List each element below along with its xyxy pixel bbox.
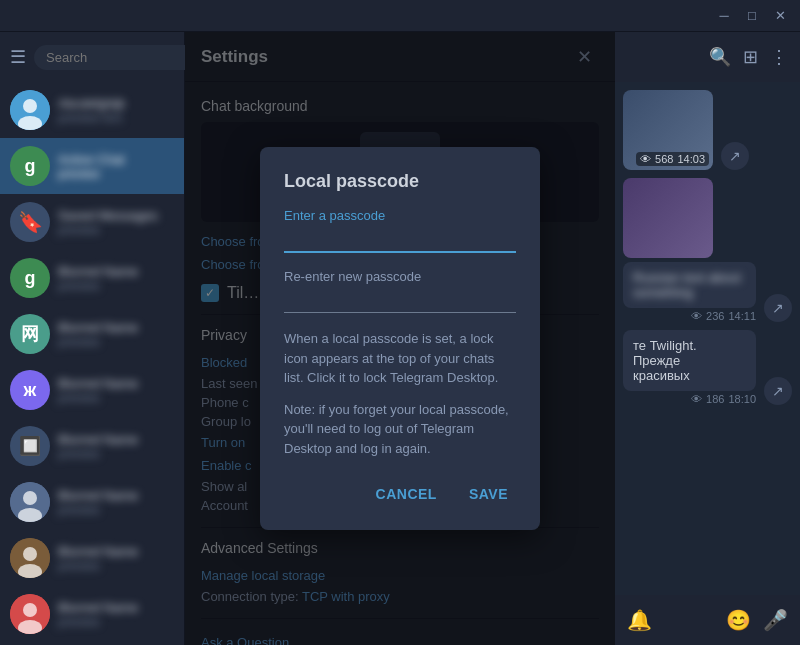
message-actions: ↗ bbox=[721, 142, 749, 170]
modal-actions: CANCEL SAVE bbox=[284, 482, 516, 506]
table-row: Russian text about something 👁23614:11 ↗ bbox=[623, 178, 792, 322]
chat-name: Blurred Name bbox=[58, 544, 174, 559]
chat-panel: 🔍 ⊞ ⋮ 👁 568 14:03 ↗ bbox=[615, 32, 800, 645]
avatar bbox=[10, 90, 50, 130]
chat-name: Blurred Name bbox=[58, 320, 174, 335]
svg-point-1 bbox=[23, 99, 37, 113]
list-item[interactable]: g Blurred Name preview bbox=[0, 250, 184, 306]
chat-header: 🔍 ⊞ ⋮ bbox=[615, 32, 800, 82]
minimize-button[interactable]: ─ bbox=[712, 6, 736, 26]
avatar: 网 bbox=[10, 314, 50, 354]
cancel-button[interactable]: CANCEL bbox=[368, 482, 445, 506]
chat-preview: preview bbox=[58, 391, 174, 405]
chat-info: Saved Messages preview bbox=[58, 208, 174, 237]
avatar bbox=[10, 538, 50, 578]
save-button[interactable]: SAVE bbox=[461, 482, 516, 506]
chat-list: Abcdefghijk preview text g Active Chat p… bbox=[0, 82, 184, 645]
chat-info: Abcdefghijk preview text bbox=[58, 96, 174, 125]
reenter-passcode-label: Re-enter new passcode bbox=[284, 269, 516, 284]
reenter-passcode-input[interactable] bbox=[284, 288, 516, 313]
bell-icon[interactable]: 🔔 bbox=[627, 608, 652, 632]
split-view-icon[interactable]: ⊞ bbox=[743, 46, 758, 68]
list-item[interactable]: Blurred Name preview bbox=[0, 586, 184, 642]
enter-passcode-input[interactable] bbox=[284, 227, 516, 253]
avatar: 🔖 bbox=[10, 202, 50, 242]
chat-name: Blurred Name bbox=[58, 432, 174, 447]
list-item[interactable]: Blurred Name preview bbox=[0, 530, 184, 586]
chat-bottom-bar: 🔔 😊 🎤 bbox=[615, 595, 800, 645]
chat-info: Blurred Name preview bbox=[58, 600, 174, 629]
chat-name: Blurred Name bbox=[58, 376, 174, 391]
chat-name: Active Chat bbox=[58, 152, 174, 167]
chat-info: Blurred Name preview bbox=[58, 544, 174, 573]
modal-title: Local passcode bbox=[284, 171, 516, 192]
share-button[interactable]: ↗ bbox=[764, 294, 792, 322]
avatar: g bbox=[10, 258, 50, 298]
chat-preview: preview bbox=[58, 167, 174, 181]
avatar: 🔲 bbox=[10, 426, 50, 466]
emoji-icon[interactable]: 😊 bbox=[726, 608, 751, 632]
message-stats: 👁 568 14:03 bbox=[636, 152, 709, 166]
modal-note: Note: if you forget your local passcode,… bbox=[284, 400, 516, 459]
message-text: Russian text about something bbox=[623, 262, 756, 308]
chat-preview: preview bbox=[58, 559, 174, 573]
message-text: те Twilight. Преждекрасивых bbox=[623, 330, 756, 391]
menu-icon[interactable]: ☰ bbox=[10, 42, 26, 72]
chat-info: Blurred Name preview bbox=[58, 264, 174, 293]
table-row: те Twilight. Преждекрасивых 👁18618:10 ↗ bbox=[623, 330, 792, 405]
message-content: 👁 568 14:03 bbox=[623, 90, 713, 170]
list-item[interactable]: g Active Chat preview bbox=[0, 138, 184, 194]
search-icon[interactable]: 🔍 bbox=[709, 46, 731, 68]
chat-info: Blurred Name preview bbox=[58, 432, 174, 461]
chat-info: Active Chat preview bbox=[58, 152, 174, 181]
message-content: те Twilight. Преждекрасивых 👁18618:10 bbox=[623, 330, 756, 405]
chat-preview: preview bbox=[58, 279, 174, 293]
chat-messages: 👁 568 14:03 ↗ Russian text about somethi… bbox=[615, 82, 800, 595]
message-content: Russian text about something 👁23614:11 bbox=[623, 178, 756, 322]
list-item[interactable]: 🔲 Blurred Name preview bbox=[0, 418, 184, 474]
chat-preview: preview bbox=[58, 503, 174, 517]
avatar: ж bbox=[10, 370, 50, 410]
maximize-button[interactable]: □ bbox=[740, 6, 764, 26]
chat-preview: preview bbox=[58, 335, 174, 349]
table-row: 👁 568 14:03 ↗ bbox=[623, 90, 792, 170]
chat-preview: preview bbox=[58, 615, 174, 629]
svg-point-10 bbox=[23, 603, 37, 617]
message-meta: 👁18618:10 bbox=[623, 393, 756, 405]
chat-preview: preview bbox=[58, 223, 174, 237]
more-icon[interactable]: ⋮ bbox=[770, 46, 788, 68]
chat-info: Blurred Name preview bbox=[58, 376, 174, 405]
list-item[interactable]: 网 Blurred Name preview bbox=[0, 306, 184, 362]
message-thumbnail: 👁 568 14:03 bbox=[623, 90, 713, 170]
chat-preview: preview bbox=[58, 447, 174, 461]
modal-overlay: Local passcode Enter a passcode Re-enter… bbox=[185, 32, 615, 645]
close-button[interactable]: ✕ bbox=[768, 6, 792, 26]
chat-info: Blurred Name preview bbox=[58, 488, 174, 517]
modal-description: When a local passcode is set, a lock ico… bbox=[284, 329, 516, 388]
list-item[interactable]: 🔖 Saved Messages preview bbox=[0, 194, 184, 250]
message-actions: ↗ bbox=[764, 377, 792, 405]
titlebar: ─ □ ✕ bbox=[0, 0, 800, 32]
mic-icon[interactable]: 🎤 bbox=[763, 608, 788, 632]
message-thumbnail bbox=[623, 178, 713, 258]
list-item[interactable]: Blurred Name preview bbox=[0, 474, 184, 530]
sidebar: ☰ Abcdefghijk preview text g Active Chat… bbox=[0, 32, 185, 645]
svg-point-4 bbox=[23, 491, 37, 505]
local-passcode-modal: Local passcode Enter a passcode Re-enter… bbox=[260, 147, 540, 530]
sidebar-header: ☰ bbox=[0, 32, 184, 82]
chat-info: Blurred Name preview bbox=[58, 320, 174, 349]
share-button[interactable]: ↗ bbox=[721, 142, 749, 170]
chat-name: Abcdefghijk bbox=[58, 96, 174, 111]
list-item[interactable]: ж Blurred Name preview bbox=[0, 362, 184, 418]
list-item[interactable]: Abcdefghijk preview text bbox=[0, 82, 184, 138]
svg-point-7 bbox=[23, 547, 37, 561]
enter-passcode-label: Enter a passcode bbox=[284, 208, 516, 223]
avatar bbox=[10, 594, 50, 634]
chat-preview: preview text bbox=[58, 111, 174, 125]
share-button[interactable]: ↗ bbox=[764, 377, 792, 405]
chat-name: Saved Messages bbox=[58, 208, 174, 223]
chat-name: Blurred Name bbox=[58, 488, 174, 503]
message-meta: 👁23614:11 bbox=[623, 310, 756, 322]
avatar: g bbox=[10, 146, 50, 186]
chat-name: Blurred Name bbox=[58, 264, 174, 279]
